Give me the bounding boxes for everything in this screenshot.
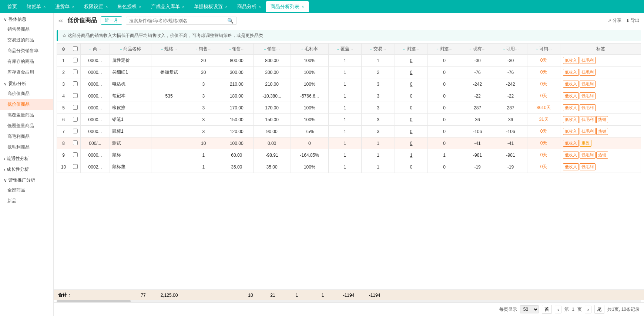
nav-permissions[interactable]: 权限设置 × xyxy=(80,1,112,12)
cell-checkbox[interactable] xyxy=(70,137,81,149)
last-page-btn[interactable]: 尾 xyxy=(594,305,604,314)
nav-product-analysis[interactable]: 商品分析 × xyxy=(233,1,265,12)
row-checkbox[interactable] xyxy=(73,58,78,62)
nav-template-close-icon[interactable]: × xyxy=(225,4,227,9)
sidebar-group-marketing[interactable]: ∨ 营销推广分析 xyxy=(0,174,53,185)
cell-coverage: 1 xyxy=(328,102,361,114)
table-row: 8 000/... 测试 10 100.00 0.00 0 1 1 0 0 -4… xyxy=(57,137,641,149)
sidebar-item-high-margin[interactable]: 高毛利商品 xyxy=(0,131,53,142)
nav-product-close-icon[interactable]: × xyxy=(182,4,184,9)
search-input[interactable] xyxy=(129,18,225,23)
sidebar-group-overall[interactable]: ∨ 整体信息 xyxy=(0,13,53,24)
first-page-btn[interactable]: 首 xyxy=(542,305,552,314)
sidebar-item-all-products[interactable]: 全部商品 xyxy=(0,185,53,196)
search-icon[interactable]: 🔍 xyxy=(227,18,234,24)
cell-trade: 3 xyxy=(362,114,395,126)
sidebar-collapse-btn[interactable]: ≪ xyxy=(58,18,64,24)
cell-checkbox[interactable] xyxy=(70,78,81,90)
nav-analysis-list-close-icon[interactable]: × xyxy=(302,4,304,9)
row-checkbox[interactable] xyxy=(73,69,78,74)
cell-checkbox[interactable] xyxy=(70,114,81,126)
col-available: ⬦ 可用... xyxy=(494,44,527,55)
next-page-btn[interactable]: › xyxy=(585,306,591,313)
cell-browse1[interactable]: 1 xyxy=(395,149,427,161)
nav-home[interactable]: 首页 xyxy=(3,1,21,12)
sidebar-item-inventory-products[interactable]: 有库存的商品 xyxy=(0,56,53,67)
sidebar-group-growth[interactable]: › 成长性分析 xyxy=(0,163,53,174)
nav-role-label: 角色授权 xyxy=(117,3,137,10)
cell-spec xyxy=(151,149,187,161)
sidebar-group-growth-arrow: › xyxy=(4,167,5,172)
table-container[interactable]: ⚙ ⬦ 商... ⬦ 商品名称 ⬦ 规格... ⬦ 销售... ⬦ 销售... … xyxy=(54,43,644,289)
row-checkbox[interactable] xyxy=(73,152,78,157)
sidebar-item-high-coverage[interactable]: 高覆盖量商品 xyxy=(0,110,53,120)
filter-period-btn[interactable]: 近一月 xyxy=(101,16,122,25)
select-all-checkbox[interactable] xyxy=(73,46,78,51)
cell-checkbox[interactable] xyxy=(70,102,81,114)
sidebar-item-inventory-capital[interactable]: 库存资金占用 xyxy=(0,67,53,78)
sidebar-item-new-products[interactable]: 新品 xyxy=(0,196,53,206)
data-table: ⚙ ⬦ 商... ⬦ 商品名称 ⬦ 规格... ⬦ 销售... ⬦ 销售... … xyxy=(57,43,641,173)
row-checkbox[interactable] xyxy=(73,93,78,98)
row-checkbox[interactable] xyxy=(73,105,78,110)
sidebar-item-low-margin[interactable]: 低毛利商品 xyxy=(0,142,53,153)
nav-analysis-close-icon[interactable]: × xyxy=(259,4,261,9)
sidebar-group-liquidity[interactable]: › 流通性分析 xyxy=(0,153,53,163)
cell-browse1[interactable]: 0 xyxy=(395,67,427,78)
cell-sales-amt: 60.00 xyxy=(220,149,253,161)
row-checkbox[interactable] xyxy=(73,140,78,145)
cell-browse1[interactable]: 0 xyxy=(395,102,427,114)
sidebar-group-contribution[interactable]: ∨ 贡献分析 xyxy=(0,78,53,88)
col-checkbox[interactable] xyxy=(70,44,81,55)
cell-tags: 低收入重盈 xyxy=(560,137,641,149)
cell-name: 橡皮擦 xyxy=(110,102,151,114)
row-checkbox[interactable] xyxy=(73,129,78,133)
cell-checkbox[interactable] xyxy=(70,55,81,67)
tag-item: 热销 xyxy=(596,128,608,135)
row-checkbox[interactable] xyxy=(73,164,78,169)
cell-browse1[interactable]: 0 xyxy=(395,126,427,137)
nav-permissions-close-icon[interactable]: × xyxy=(105,4,108,9)
cell-num: 2 xyxy=(57,67,70,78)
cell-days: 0天 xyxy=(527,78,560,90)
row-checkbox[interactable] xyxy=(73,81,78,86)
nav-product-warehouse[interactable]: 产成品入库单 × xyxy=(147,1,189,12)
sidebar-item-high-value[interactable]: 高价值商品 xyxy=(0,88,53,99)
col-settings[interactable]: ⚙ xyxy=(57,44,70,55)
cell-browse1[interactable]: 0 xyxy=(395,161,427,173)
cell-checkbox[interactable] xyxy=(70,67,81,78)
tag-item: 低毛利 xyxy=(580,152,596,159)
nav-sales-order[interactable]: 销货单 × xyxy=(22,1,50,12)
nav-role-auth[interactable]: 角色授权 × xyxy=(113,1,145,12)
cell-browse1[interactable]: 0 xyxy=(395,55,427,67)
nav-template-settings[interactable]: 单据模板设置 × xyxy=(189,1,232,12)
sidebar-item-low-coverage[interactable]: 低覆盖量商品 xyxy=(0,120,53,131)
cell-spec xyxy=(151,102,187,114)
export-btn[interactable]: ⬇ 导出 xyxy=(626,17,640,24)
share-btn[interactable]: ↗ 分享 xyxy=(608,17,621,24)
cell-checkbox[interactable] xyxy=(70,161,81,173)
total-sales-qty: 77 xyxy=(132,293,154,298)
cell-browse1[interactable]: 0 xyxy=(395,78,427,90)
prev-page-btn[interactable]: ‹ xyxy=(555,306,561,313)
cell-checkbox[interactable] xyxy=(70,90,81,102)
nav-role-close-icon[interactable]: × xyxy=(139,4,141,9)
cell-checkbox[interactable] xyxy=(70,126,81,137)
table-row: 3 0000... 电话机 3 210.00 210.00 100% 1 3 0… xyxy=(57,78,641,90)
sidebar-item-sales-products[interactable]: 销售类商品 xyxy=(0,24,53,35)
nav-purchase-order[interactable]: 进货单 × xyxy=(51,1,78,12)
nav-purchase-close-icon[interactable]: × xyxy=(72,4,74,9)
cell-browse1[interactable]: 0 xyxy=(395,90,427,102)
page-size-select[interactable]: 50 100 200 xyxy=(520,305,539,313)
cell-browse1[interactable]: 0 xyxy=(395,137,427,149)
nav-analysis-list[interactable]: 商品分析列表 × xyxy=(266,1,308,12)
col-spec: ⬦ 规格... xyxy=(151,44,187,55)
nav-sales-close-icon[interactable]: × xyxy=(43,4,46,9)
sidebar-item-category-sales-rate[interactable]: 商品分类销售率 xyxy=(0,45,53,56)
cell-trade: 1 xyxy=(362,137,395,149)
row-checkbox[interactable] xyxy=(73,117,78,122)
cell-browse1[interactable]: 0 xyxy=(395,114,427,126)
sidebar-item-low-value[interactable]: 低价值商品 xyxy=(0,99,53,110)
cell-checkbox[interactable] xyxy=(70,149,81,161)
sidebar-item-traded-products[interactable]: 交易过的商品 xyxy=(0,35,53,45)
